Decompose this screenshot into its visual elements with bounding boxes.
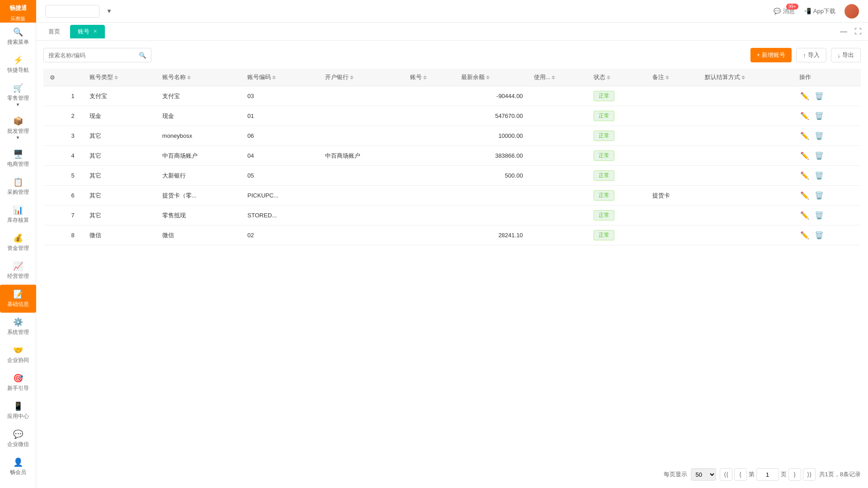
sidebar-item-inventory[interactable]: 📊 库存核算: [0, 201, 36, 229]
app-download-button[interactable]: 📲 App下载: [804, 7, 835, 15]
row-remark: 提货卡: [647, 186, 699, 206]
sidebar-item-app-center[interactable]: 📱 应用中心: [0, 397, 36, 425]
add-account-button[interactable]: + 新增账号: [750, 48, 792, 62]
sidebar-item-new-guide[interactable]: 🎯 新手引导: [0, 369, 36, 397]
prev-page-button[interactable]: ⟨: [734, 468, 747, 481]
edit-button[interactable]: ✏️: [799, 230, 810, 240]
row-default-settlement: [699, 166, 794, 186]
sidebar-item-retail-manage[interactable]: 🛒 零售管理 ▼: [0, 79, 36, 112]
edit-button[interactable]: ✏️: [799, 111, 810, 121]
th-bank[interactable]: 开户银行: [320, 69, 405, 86]
search-button[interactable]: 🔍: [134, 52, 151, 59]
header-search-input[interactable]: [45, 5, 99, 18]
delete-button[interactable]: 🗑️: [814, 230, 825, 240]
page-input[interactable]: [756, 468, 779, 481]
search-input[interactable]: [44, 52, 134, 59]
th-remark[interactable]: 备注: [647, 69, 699, 86]
th-status[interactable]: 状态: [588, 69, 646, 86]
messages-button[interactable]: 💬 消息 99+: [774, 7, 795, 15]
per-page-select[interactable]: 50 20 100: [691, 468, 716, 481]
sidebar-item-basic-info[interactable]: 📝 基础信息: [0, 285, 36, 313]
row-usage: [528, 206, 589, 225]
sidebar-item-system-manage[interactable]: ⚙️ 系统管理: [0, 313, 36, 341]
edit-button[interactable]: ✏️: [799, 150, 810, 161]
row-settings: [43, 206, 61, 225]
sidebar-item-wholesale-manage[interactable]: 📦 批发管理 ▼: [0, 112, 36, 145]
sidebar-item-enterprise-wechat[interactable]: 💬 企业微信: [0, 425, 36, 453]
sidebar-item-ecommerce-manage[interactable]: 🖥️ 电商管理: [0, 145, 36, 173]
row-settings: [43, 186, 61, 206]
sidebar-item-label: 搜索菜单: [7, 38, 29, 46]
tab-account[interactable]: 账号 ✕: [70, 25, 105, 38]
tab-home[interactable]: 首页: [41, 25, 68, 38]
first-page-button[interactable]: ⟨⟨: [720, 468, 732, 481]
sidebar-item-purchase-manage[interactable]: 📋 采购管理: [0, 173, 36, 201]
row-usage: [528, 186, 589, 206]
th-account-type[interactable]: 账号类型: [84, 69, 157, 86]
edit-button[interactable]: ✏️: [799, 91, 810, 101]
tab-expand-button[interactable]: ⛶: [853, 26, 863, 38]
th-latest-balance[interactable]: 最新余额: [456, 69, 528, 86]
export-button[interactable]: ↓ 导出: [831, 48, 861, 62]
edit-button[interactable]: ✏️: [799, 210, 810, 221]
capital-manage-icon: 💰: [13, 233, 23, 243]
th-account[interactable]: 账号: [405, 69, 456, 86]
th-usage[interactable]: 使用...: [528, 69, 589, 86]
delete-button[interactable]: 🗑️: [814, 170, 825, 181]
row-bank: [320, 126, 405, 146]
row-bank: [320, 206, 405, 225]
sort-icon: [741, 75, 745, 80]
wholesale-manage-icon: 📦: [13, 116, 23, 126]
row-account: [405, 146, 456, 166]
edit-button[interactable]: ✏️: [799, 131, 810, 141]
sidebar-item-quick-nav[interactable]: ⚡ 快捷导航: [0, 51, 36, 79]
user-avatar[interactable]: [844, 4, 859, 19]
status-badge: 正常: [594, 170, 614, 181]
quick-nav-icon: ⚡: [13, 55, 23, 65]
row-bank: [320, 225, 405, 245]
row-settings: [43, 166, 61, 186]
delete-button[interactable]: 🗑️: [814, 150, 825, 161]
next-page-button[interactable]: ⟩: [788, 468, 801, 481]
edit-button[interactable]: ✏️: [799, 170, 810, 181]
sidebar-item-enterprise-agreement[interactable]: 🤝 企业协同: [0, 341, 36, 369]
row-account: [405, 86, 456, 106]
sidebar-item-member[interactable]: 👤 畅会员: [0, 453, 36, 481]
row-status: 正常: [588, 225, 646, 245]
th-account-name[interactable]: 账号名称: [157, 69, 242, 86]
pagination: 每页显示 50 20 100 ⟨⟨ ⟨ 第 页 ⟩ ⟩⟩ 共1页，8条记录: [43, 463, 861, 481]
page-content: 🔍 + 新增账号 ↑ 导入 ↓ 导出 ⚙: [36, 41, 868, 488]
row-default-settlement: [699, 106, 794, 126]
delete-button[interactable]: 🗑️: [814, 190, 825, 201]
delete-button[interactable]: 🗑️: [814, 210, 825, 221]
edit-button[interactable]: ✏️: [799, 190, 810, 201]
last-page-button[interactable]: ⟩⟩: [803, 468, 816, 481]
enterprise-agreement-icon: 🤝: [13, 345, 23, 355]
sidebar-item-search-menu[interactable]: 🔍 搜索菜单: [0, 23, 36, 51]
home-tab-label: 首页: [48, 28, 60, 36]
row-remark: [647, 166, 699, 186]
new-guide-icon: 🎯: [13, 373, 23, 383]
th-settings[interactable]: ⚙: [43, 69, 61, 86]
row-number: 1: [61, 86, 84, 106]
row-latest-balance: 500.00: [456, 166, 528, 186]
row-account: [405, 225, 456, 245]
per-page-label: 每页显示: [664, 470, 687, 479]
ecommerce-manage-icon: 🖥️: [13, 149, 23, 159]
delete-button[interactable]: 🗑️: [814, 111, 825, 121]
th-account-code[interactable]: 账号编码: [242, 69, 319, 86]
th-default-settlement[interactable]: 默认结算方式: [699, 69, 794, 86]
delete-button[interactable]: 🗑️: [814, 91, 825, 101]
import-button[interactable]: ↑ 导入: [796, 48, 826, 62]
delete-button[interactable]: 🗑️: [814, 131, 825, 141]
export-icon: ↓: [838, 52, 841, 59]
sidebar-item-capital-manage[interactable]: 💰 资金管理: [0, 229, 36, 257]
chevron-down-icon: ▼: [16, 102, 20, 107]
tab-close-button[interactable]: ✕: [93, 28, 97, 34]
row-usage: [528, 225, 589, 245]
tab-minimize-button[interactable]: —: [838, 26, 849, 38]
header-dropdown[interactable]: ▼: [106, 8, 112, 14]
table-row: 4 其它 中百商场账户 04 中百商场账户 383866.00 正常 ✏️ 🗑️: [43, 146, 861, 166]
tabs-bar: 首页 账号 ✕ — ⛶: [36, 23, 868, 41]
sidebar-item-operation-manage[interactable]: 📈 经营管理: [0, 257, 36, 285]
